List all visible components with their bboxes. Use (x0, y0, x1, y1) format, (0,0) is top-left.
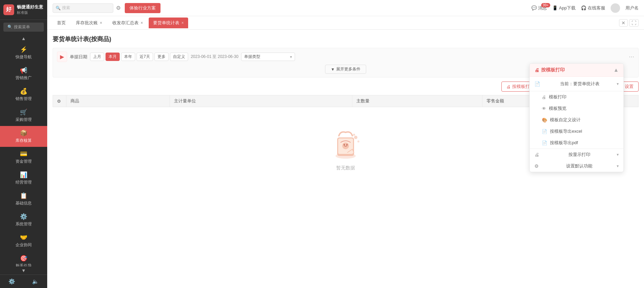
online-service-label: 在线客服 (588, 5, 605, 11)
collab-icon: 🤝 (20, 234, 27, 241)
print-icon: 🖨 (506, 84, 511, 89)
dropdown-default-func[interactable]: ⚙ 设置默认功能 ▾ (530, 160, 623, 172)
user-avatar[interactable] (611, 3, 620, 13)
sidebar-item-basic[interactable]: 📋 基础信息 (0, 189, 47, 210)
dropdown-current-item[interactable]: 📄 当前：要货单统计表 ▾ (530, 78, 623, 90)
dropdown-template-export-excel[interactable]: 📄 按模板导出excel (530, 126, 623, 137)
doc-type-label: 单据类型 (244, 54, 260, 60)
sales-icon: 💰 (20, 88, 27, 95)
speaker-footer-btn[interactable]: 🔈 (32, 278, 39, 285)
svg-point-8 (353, 134, 355, 136)
export-pdf-icon: 📄 (542, 140, 547, 146)
dropdown-template-preview[interactable]: 👁 模板预览 (530, 103, 623, 114)
page-title: 要货单统计表(按商品) (53, 35, 639, 43)
maximize-btn[interactable]: ⛶ (629, 19, 639, 27)
sidebar-logo: 好 畅捷通好生意 标准版 (0, 0, 47, 20)
display-print-arrow-icon: ▾ (617, 152, 619, 157)
tab-requisition-stats[interactable]: 要货单统计表 × (149, 18, 188, 28)
messages-btn[interactable]: 💬 消息 99+ (531, 5, 547, 11)
tab-inventory-batch[interactable]: 库存批次账 × (71, 18, 107, 28)
sidebar-item-finance[interactable]: 💳 资金管理 (0, 147, 47, 168)
date-btn-7days[interactable]: 近7天 (137, 53, 153, 61)
sidebar-item-collab[interactable]: 🤝 企业协同 (0, 230, 47, 251)
doc-type-select[interactable]: 单据类型 ▾ (241, 53, 295, 61)
date-btn-last-month[interactable]: 上月 (90, 53, 104, 61)
inventory-batch-label: 库存批次账 (76, 20, 98, 26)
sidebar-item-purchase[interactable]: 🛒 采购管理 (0, 105, 47, 126)
dropdown-header-controls: ▲ (613, 67, 619, 73)
tab-close-requisition-stats[interactable]: × (181, 21, 184, 25)
dropdown-header-title: 🖨 按模板打印 (534, 67, 565, 73)
tab-collection-summary[interactable]: 收发存汇总表 × (108, 18, 147, 28)
template-print-icon: 🖨 (542, 95, 546, 100)
sidebar-item-system[interactable]: ⚙️ 系统管理 (0, 210, 47, 230)
dropdown-display-print[interactable]: 🖨 按显示打印 ▾ (530, 149, 623, 160)
home-tab-label: 首页 (57, 20, 66, 26)
display-print-label: 按显示打印 (568, 152, 590, 158)
app-download-btn[interactable]: 📱 App下载 (552, 5, 576, 11)
expand-down-icon: ▼ (331, 67, 335, 72)
template-preview-icon: 👁 (542, 106, 546, 111)
sidebar-item-newbie[interactable]: 🎯 新手引导 (0, 251, 47, 266)
trial-button[interactable]: 体验行业方案 (125, 3, 160, 13)
dropdown-header: 🖨 按模板打印 ▲ (530, 64, 623, 77)
col-unit-label: 主计量单位 (174, 98, 196, 103)
operation-icon: 📊 (20, 171, 27, 179)
filter-expand-toggle[interactable]: ▶ (57, 52, 67, 62)
sidebar-item-shortcut[interactable]: ⚡ 快捷导航 (0, 42, 47, 63)
dropdown-template-icon: 📄 (534, 81, 540, 87)
system-label: 系统管理 (16, 221, 32, 227)
settings-footer-btn[interactable]: ⚙️ (8, 278, 15, 285)
requisition-stats-label: 要货单统计表 (153, 20, 179, 26)
dropdown-template-design[interactable]: 🎨 模板自定义设计 (530, 114, 623, 126)
filter-row: ▶ 单据日期 上月 本月 本年 近7天 更多 自定义 2023-06-01 至 … (57, 52, 634, 62)
dropdown-section-current: 📄 当前：要货单统计表 ▾ (530, 77, 623, 91)
col-settings[interactable]: ⚙ (53, 95, 66, 107)
filter-more-icon[interactable]: ⋯ (629, 54, 634, 60)
scroll-up-btn[interactable]: ▲ (0, 34, 47, 42)
topbar: 🔍 搜索 ⚙ 体验行业方案 💬 消息 99+ 📱 App下载 🎧 在线客服 用户… (47, 0, 644, 16)
online-service-icon: 🎧 (581, 5, 586, 10)
scroll-down-btn[interactable]: ▼ (0, 266, 47, 275)
filter-actions: ⋯ (629, 54, 634, 60)
sidebar-item-marketing[interactable]: 📢 营销推广 (0, 63, 47, 84)
topbar-gear-icon[interactable]: ⚙ (116, 5, 121, 11)
svg-point-3 (342, 142, 349, 149)
tab-close-collection-summary[interactable]: × (141, 21, 143, 25)
template-print-item-label: 模板打印 (549, 94, 566, 100)
app-download-label: App下载 (559, 5, 576, 11)
date-btn-this-month[interactable]: 本月 (106, 53, 120, 61)
finance-label: 资金管理 (16, 159, 32, 164)
topbar-search-box[interactable]: 🔍 搜索 (53, 3, 113, 13)
col-product: 商品 (66, 95, 170, 107)
dropdown-template-export-pdf[interactable]: 📄 按模板导出pdf (530, 137, 623, 149)
svg-point-4 (344, 144, 345, 145)
col-retail-amount-label: 零售金额 (487, 98, 504, 103)
current-arrow-icon: ▾ (617, 82, 619, 86)
app-download-icon: 📱 (552, 5, 558, 10)
col-product-label: 商品 (70, 98, 79, 103)
close-all-tabs-btn[interactable]: ✕ (619, 19, 628, 27)
sales-label: 销售管理 (16, 96, 32, 102)
sidebar-item-operation[interactable]: 📊 经营管理 (0, 168, 47, 189)
sidebar-item-sales[interactable]: 💰 销售管理 (0, 84, 47, 105)
tab-home[interactable]: 首页 (53, 18, 70, 28)
date-btn-custom[interactable]: 自定义 (170, 53, 188, 61)
export-excel-icon: 📄 (542, 129, 547, 134)
search-label: 搜索菜单 (14, 24, 30, 30)
basic-label: 基础信息 (16, 200, 32, 206)
dropdown-up-btn[interactable]: ▲ (613, 67, 619, 73)
online-service-btn[interactable]: 🎧 在线客服 (581, 5, 605, 11)
dropdown-template-print[interactable]: 🖨 模板打印 (530, 91, 623, 103)
display-print-icon: 🖨 (534, 152, 539, 157)
message-icon: 💬 (531, 5, 537, 10)
sidebar-nav: ⚡ 快捷导航 📢 营销推广 💰 销售管理 🛒 采购管理 📦 库存核算 💳 资金管… (0, 42, 47, 266)
date-btn-more[interactable]: 更多 (154, 53, 169, 61)
tab-close-inventory-batch[interactable]: × (100, 21, 102, 25)
tab-window-controls: ✕ ⛶ (619, 19, 639, 27)
sidebar-item-inventory[interactable]: 📦 库存核算 (0, 126, 47, 147)
date-btn-this-year[interactable]: 本年 (121, 53, 135, 61)
sidebar-search-btn[interactable]: 🔍 搜索菜单 (3, 23, 44, 32)
dropdown-print-icon: 🖨 (534, 67, 539, 73)
expand-more-btn[interactable]: ▼ 展开更多条件 (325, 65, 366, 74)
